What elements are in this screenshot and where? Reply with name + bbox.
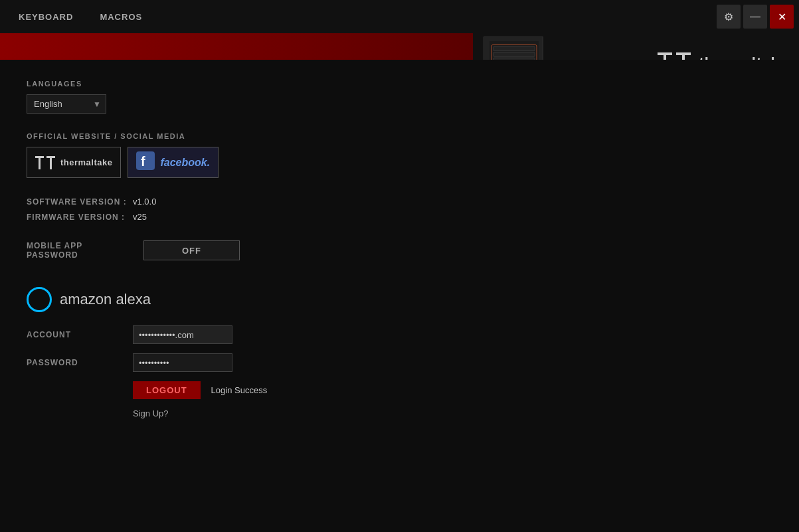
red-banner	[0, 33, 473, 60]
facebook-label: facebook.	[160, 157, 210, 169]
title-bar: KEYBOARD MACROS ⚙ — ✕	[0, 0, 799, 33]
mobile-app-row: MOBILE APP PASSWORD OFF	[27, 240, 772, 260]
social-links: thermaltake f facebook.	[27, 147, 772, 178]
password-row: PASSWORD	[27, 353, 772, 372]
svg-rect-14	[50, 158, 52, 169]
alexa-header: amazon alexa	[27, 287, 772, 312]
alexa-icon	[27, 287, 52, 312]
svg-rect-15	[136, 151, 155, 170]
mobile-app-label: MOBILE APP PASSWORD	[27, 241, 133, 260]
thermaltake-label: thermaltake	[60, 157, 112, 167]
version-section: SOFTWARE VERSION : v1.0.0 FIRMWARE VERSI…	[27, 197, 772, 222]
nav-menu: KEYBOARD MACROS	[5, 12, 142, 22]
svg-rect-12	[39, 158, 41, 169]
nav-keyboard[interactable]: KEYBOARD	[19, 12, 73, 22]
svg-rect-1	[493, 46, 535, 51]
facebook-button[interactable]: f facebook.	[128, 147, 219, 178]
software-version-row: SOFTWARE VERSION : v1.0.0	[27, 197, 772, 207]
tt-social-icon	[35, 156, 55, 169]
nav-macros[interactable]: MACROS	[100, 12, 142, 22]
thermaltake-website-button[interactable]: thermaltake	[27, 147, 121, 178]
svg-rect-7	[658, 52, 672, 55]
svg-rect-13	[46, 156, 55, 158]
svg-rect-2	[493, 52, 535, 57]
alexa-section: amazon alexa ACCOUNT PASSWORD LOGOUT Log…	[27, 287, 772, 419]
software-version-value: v1.0.0	[133, 197, 156, 207]
account-input[interactable]	[133, 325, 232, 344]
mobile-app-section: MOBILE APP PASSWORD OFF	[27, 240, 772, 260]
close-button[interactable]: ✕	[770, 5, 794, 29]
password-input[interactable]	[133, 353, 232, 372]
password-label: PASSWORD	[27, 358, 133, 367]
main-content: LANGUAGES English Chinese Japanese Germa…	[0, 60, 799, 532]
login-status: Login Success	[211, 385, 268, 395]
facebook-icon: f	[136, 151, 155, 173]
firmware-version-row: FIRMWARE VERSION : v25	[27, 212, 772, 222]
firmware-version-label: FIRMWARE VERSION :	[27, 213, 133, 222]
logout-button[interactable]: LOGOUT	[133, 381, 201, 399]
languages-label: LANGUAGES	[27, 80, 772, 88]
language-dropdown[interactable]: English Chinese Japanese German French S…	[27, 94, 106, 114]
settings-button[interactable]: ⚙	[717, 5, 741, 29]
alexa-title: amazon alexa	[60, 291, 151, 308]
signup-row: Sign Up?	[133, 407, 772, 419]
software-version-label: SOFTWARE VERSION :	[27, 197, 133, 207]
minimize-button[interactable]: —	[743, 5, 767, 29]
language-selector[interactable]: English Chinese Japanese German French S…	[27, 94, 106, 114]
svg-rect-11	[35, 156, 44, 158]
social-section: OFFICIAL WEBSITE / SOCIAL MEDIA thermalt…	[27, 132, 772, 178]
signup-link[interactable]: Sign Up?	[133, 408, 168, 418]
toggle-off-text: OFF	[182, 246, 201, 256]
social-label: OFFICIAL WEBSITE / SOCIAL MEDIA	[27, 132, 772, 140]
account-label: ACCOUNT	[27, 330, 133, 339]
firmware-version-value: v25	[133, 212, 147, 222]
svg-text:f: f	[141, 154, 145, 169]
action-row: LOGOUT Login Success	[133, 381, 772, 399]
svg-rect-9	[676, 52, 691, 55]
mobile-app-toggle[interactable]: OFF	[143, 240, 240, 260]
account-row: ACCOUNT	[27, 325, 772, 344]
window-controls: ⚙ — ✕	[717, 5, 794, 29]
